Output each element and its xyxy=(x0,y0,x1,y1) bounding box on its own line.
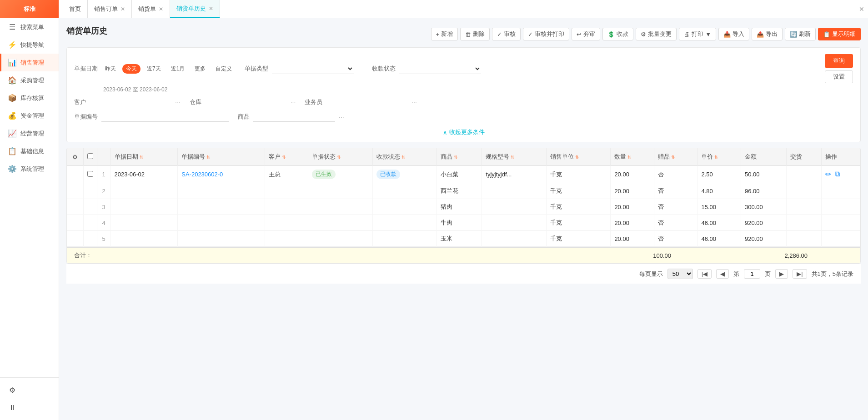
filter-doc-type-select[interactable] xyxy=(272,63,354,74)
query-button[interactable]: 查询 xyxy=(825,54,853,68)
row-checkbox[interactable] xyxy=(87,171,93,177)
tab-home[interactable]: 首页 xyxy=(63,0,88,18)
action-cell[interactable] xyxy=(821,183,860,199)
abandon-button[interactable]: ↩ 弃审 xyxy=(572,28,600,40)
action-cell[interactable] xyxy=(821,199,860,215)
col-doc-status[interactable]: 单据状态 ⇅ xyxy=(308,148,373,166)
sidebar-item-search-menu[interactable]: ☰ 搜索菜单 xyxy=(0,18,59,36)
doc-no-cell[interactable] xyxy=(178,199,265,215)
doc-no-cell[interactable]: SA-20230602-0 xyxy=(178,166,265,183)
select-all-checkbox[interactable] xyxy=(87,153,93,159)
audit-button[interactable]: ✓ 审核 xyxy=(492,28,521,40)
unit-cell: 千克 xyxy=(546,231,611,247)
set-button[interactable]: 设置 xyxy=(825,70,853,83)
batch-change-button[interactable]: ⚙ 批量变更 xyxy=(636,28,677,40)
col-quantity[interactable]: 数量 ⇅ xyxy=(611,148,654,166)
checkbox-cell[interactable] xyxy=(83,199,97,215)
last-page-btn[interactable]: ▶| xyxy=(793,269,807,279)
sidebar-item-sales-mgmt[interactable]: 📊 销售管理 xyxy=(0,54,59,71)
date-tag-today[interactable]: 今天 xyxy=(122,64,140,74)
collapse-filter-btn[interactable]: ∧ 收起更多条件 xyxy=(74,126,853,138)
filter-panel: 单据日期 昨天 今天 近7天 近1月 更多 自定义 单据类型 xyxy=(66,47,861,142)
add-button[interactable]: + 新增 xyxy=(431,28,458,40)
col-payment-status[interactable]: 收款状态 ⇅ xyxy=(372,148,437,166)
checkbox-cell[interactable] xyxy=(83,231,97,247)
filter-customer-input[interactable] xyxy=(90,97,171,107)
col-product[interactable]: 商品 ⇅ xyxy=(437,148,482,166)
date-tag-custom[interactable]: 自定义 xyxy=(212,64,236,74)
date-tag-7days[interactable]: 近7天 xyxy=(143,64,165,74)
page-size-select[interactable]: 20 50 100 200 xyxy=(667,269,693,279)
sidebar-item-inventory[interactable]: 📦 库存核算 xyxy=(0,89,59,107)
doc-no-cell[interactable] xyxy=(178,183,265,199)
action-cell[interactable] xyxy=(821,231,860,247)
col-gift[interactable]: 赠品 ⇅ xyxy=(654,148,697,166)
topbar-close-btn[interactable]: ✕ xyxy=(859,5,864,13)
col-checkbox[interactable] xyxy=(83,148,97,166)
filter-warehouse-input[interactable] xyxy=(205,97,287,107)
col-customer[interactable]: 客户 ⇅ xyxy=(265,148,308,166)
tab-sales-order[interactable]: 销售订单 ✕ xyxy=(88,0,132,18)
tab-sales-history[interactable]: 销货单历史 ✕ xyxy=(170,0,220,18)
refresh-icon: 🔄 xyxy=(790,31,797,38)
collect-button[interactable]: 💲 收款 xyxy=(602,28,633,40)
sidebar-item-finance-mgmt[interactable]: 💰 资金管理 xyxy=(0,107,59,125)
date-tag-more[interactable]: 更多 xyxy=(191,64,209,74)
table-body: 1 2023-06-02 SA-20230602-0 王总 已生效 已收款 小白… xyxy=(67,166,860,247)
next-page-btn[interactable]: ▶ xyxy=(775,269,788,279)
checkbox-cell[interactable] xyxy=(83,183,97,199)
date-tag-1month[interactable]: 近1月 xyxy=(167,64,189,74)
staff-dots-btn[interactable]: ··· xyxy=(411,99,417,106)
sidebar-item-label: 搜索菜单 xyxy=(20,23,44,31)
date-tag-yesterday[interactable]: 昨天 xyxy=(101,64,120,74)
sidebar-item-purchase-mgmt[interactable]: 🏠 采购管理 xyxy=(0,71,59,89)
action-cell[interactable]: ✏⧉ xyxy=(821,166,860,183)
tab-close-sales-history[interactable]: ✕ xyxy=(209,5,213,12)
col-unit[interactable]: 销售单位 ⇅ xyxy=(546,148,611,166)
filter-payment-status-select[interactable] xyxy=(399,63,481,74)
col-doc-date[interactable]: 单据日期 ⇅ xyxy=(110,148,178,166)
prev-page-btn[interactable]: ◀ xyxy=(716,269,729,279)
copy-icon[interactable]: ⧉ xyxy=(835,170,840,179)
page-number-input[interactable] xyxy=(744,269,760,279)
print-button[interactable]: 🖨 打印 ▼ xyxy=(679,28,716,40)
action-cell[interactable] xyxy=(821,215,860,231)
filter-product-input[interactable] xyxy=(253,112,335,122)
doc-no-cell[interactable] xyxy=(178,215,265,231)
tab-sales-delivery[interactable]: 销货单 ✕ xyxy=(132,0,170,18)
sidebar-item-operation-mgmt[interactable]: 📈 经营管理 xyxy=(0,125,59,142)
filter-warehouse-item: 仓库 ··· xyxy=(190,97,296,107)
col-unit-price[interactable]: 单价 ⇅ xyxy=(697,148,741,166)
product-dots-btn[interactable]: ··· xyxy=(339,113,344,120)
filter-row-3: 单据编号 商品 ··· xyxy=(74,112,853,122)
tab-close-sales-order[interactable]: ✕ xyxy=(120,6,125,12)
filter-staff-input[interactable] xyxy=(326,97,408,107)
tab-close-sales-delivery[interactable]: ✕ xyxy=(159,6,163,12)
doc-no-cell[interactable] xyxy=(178,231,265,247)
show-detail-button[interactable]: 📋 显示明细 xyxy=(818,28,861,40)
export-button[interactable]: 📤 导出 xyxy=(752,28,783,40)
col-settings[interactable]: ⚙ xyxy=(67,148,83,166)
delete-button[interactable]: 🗑 删除 xyxy=(460,28,490,40)
print-dropdown-icon: ▼ xyxy=(705,31,711,38)
sidebar-item-quick-nav[interactable]: ⚡ 快捷导航 xyxy=(0,36,59,54)
customer-dots-btn[interactable]: ··· xyxy=(175,99,181,106)
col-spec[interactable]: 规格型号 ⇅ xyxy=(482,148,547,166)
audit-print-button[interactable]: ✓ 审核并打印 xyxy=(523,28,569,40)
col-doc-no[interactable]: 单据编号 ⇅ xyxy=(178,148,265,166)
sidebar-item-label: 销售管理 xyxy=(20,59,44,67)
edit-icon[interactable]: ✏ xyxy=(825,170,831,179)
import-button[interactable]: 📥 导入 xyxy=(718,28,749,40)
settings-gear-icon[interactable]: ⚙ xyxy=(72,154,78,160)
sidebar-item-sys-mgmt[interactable]: ⚙️ 系统管理 xyxy=(0,160,59,178)
checkbox-cell[interactable] xyxy=(83,166,97,183)
first-page-btn[interactable]: |◀ xyxy=(697,269,712,279)
refresh-button[interactable]: 🔄 刷新 xyxy=(785,28,816,40)
sidebar-item-base-info[interactable]: 📋 基础信息 xyxy=(0,142,59,160)
sidebar-item-collapse[interactable]: ⏸ xyxy=(0,399,59,416)
checkbox-cell[interactable] xyxy=(83,215,97,231)
filter-docno-input[interactable] xyxy=(101,112,229,122)
warehouse-dots-btn[interactable]: ··· xyxy=(291,99,296,106)
sidebar-item-settings[interactable]: ⚙ xyxy=(0,381,59,399)
doc-no-link[interactable]: SA-20230602-0 xyxy=(181,171,223,178)
